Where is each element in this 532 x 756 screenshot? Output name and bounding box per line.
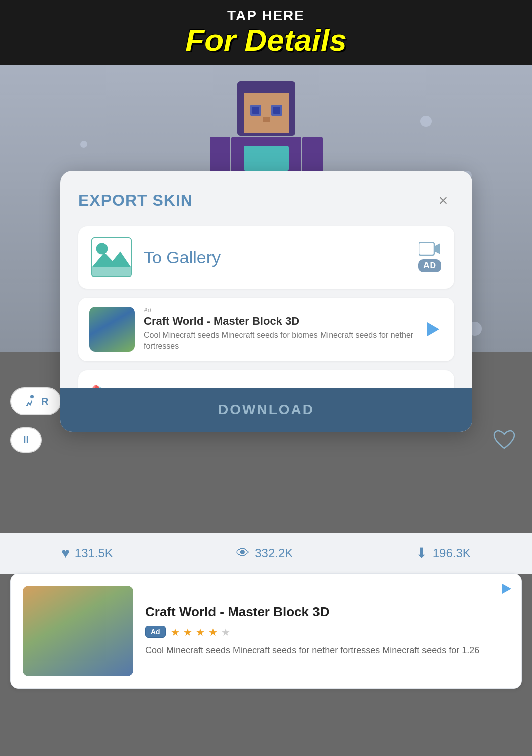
heart-icon [492, 427, 517, 452]
export-skin-modal: EXPORT SKIN × To Gallery AD [60, 171, 472, 432]
stats-bar: ♥ 131.5K 👁 332.2K ⬇ 196.3K [0, 533, 532, 574]
tap-text-container: TAP HERE For Details [185, 8, 346, 58]
top-bar[interactable]: TAP HERE For Details [0, 0, 532, 65]
bottom-ad-badge: Ad [145, 626, 166, 638]
bottom-ad-banner[interactable]: Craft World - Master Block 3D Ad ★ ★ ★ ★… [10, 573, 522, 689]
star-4: ★ [208, 626, 220, 637]
download-button[interactable]: DOWNLOAD [60, 388, 472, 432]
ad-badge: AD [418, 259, 441, 272]
downloads-value: 196.3K [433, 546, 471, 560]
ad-description: Cool Minecraft seeds Minecraft seeds for… [144, 330, 417, 352]
ad-label: Ad [144, 307, 417, 314]
svg-rect-9 [244, 146, 289, 171]
ad-play-button[interactable] [423, 319, 443, 339]
video-icon [419, 242, 440, 257]
svg-marker-21 [434, 243, 440, 254]
for-details-label: For Details [185, 23, 346, 57]
download-stat-icon: ⬇ [416, 545, 428, 561]
run-label: R [41, 396, 48, 407]
heart-button[interactable] [487, 422, 522, 457]
star-1: ★ [171, 626, 182, 637]
play-triangle-icon [427, 322, 439, 336]
pause-label: II [23, 434, 29, 446]
svg-rect-5 [252, 107, 259, 114]
downloads-stat: ⬇ 196.3K [416, 545, 471, 561]
to-gallery-option[interactable]: To Gallery AD [78, 226, 454, 289]
modal-header: EXPORT SKIN × [78, 189, 454, 211]
svg-rect-6 [273, 107, 280, 114]
star-5: ★ [221, 626, 232, 637]
bottom-ad-title: Craft World - Master Block 3D [145, 604, 509, 620]
pause-button[interactable]: II [10, 427, 42, 453]
star-2: ★ [183, 626, 194, 637]
ad-app-name: Craft World - Master Block 3D [144, 315, 417, 328]
star-rating: ★ ★ ★ ★ ★ [171, 626, 232, 637]
bottom-ad-badge-row: Ad ★ ★ ★ ★ ★ [145, 626, 509, 638]
bottom-ad-content: Craft World - Master Block 3D Ad ★ ★ ★ ★… [145, 604, 509, 657]
ad-thumbnail [89, 307, 135, 352]
bottom-play-triangle-icon [502, 584, 511, 594]
svg-point-18 [96, 243, 108, 255]
ad-label-container: Ad Craft World - Master Block 3D Cool Mi… [144, 307, 417, 352]
bottom-ad-play-button[interactable] [502, 584, 511, 594]
star-3: ★ [196, 626, 207, 637]
tap-here-label: TAP HERE [185, 8, 346, 24]
run-icon [23, 394, 37, 408]
bottom-ad-thumbnail [23, 586, 133, 676]
bg-dot-2 [420, 116, 432, 127]
views-value: 332.2K [255, 546, 293, 560]
views-stat: 👁 332.2K [236, 545, 293, 561]
bottom-ad-description: Cool Minecraft seeds Minecraft seeds for… [145, 644, 509, 657]
svg-rect-19 [92, 267, 131, 276]
likes-value: 131.5K [75, 546, 113, 560]
eye-stat-icon: 👁 [236, 545, 250, 561]
modal-title: EXPORT SKIN [78, 191, 193, 210]
close-button[interactable]: × [432, 189, 454, 211]
bg-dot-1 [80, 141, 87, 148]
run-button[interactable]: R [10, 387, 61, 415]
gallery-icon [91, 237, 132, 277]
svg-rect-20 [419, 242, 434, 255]
svg-rect-7 [263, 117, 270, 122]
svg-point-22 [30, 395, 34, 398]
ad-card[interactable]: Ad Craft World - Master Block 3D Cool Mi… [78, 298, 454, 361]
gallery-label: To Gallery [144, 248, 418, 267]
likes-stat: ♥ 131.5K [61, 545, 113, 561]
ad-badge-container: AD [418, 242, 441, 272]
heart-stat-icon: ♥ [61, 545, 70, 561]
